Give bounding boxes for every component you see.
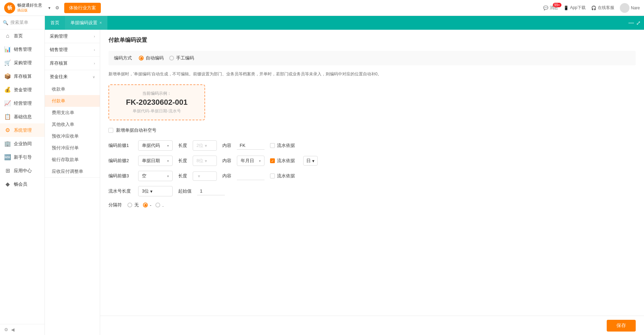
- sep-options: 无 - .: [127, 202, 164, 208]
- sub-group-sales-title[interactable]: 销售管理 ›: [45, 43, 100, 56]
- auto-fill-checkbox[interactable]: [108, 128, 113, 133]
- sub-group-purchase-arrow: ›: [94, 35, 95, 38]
- start-input[interactable]: [197, 187, 225, 195]
- settings-icon[interactable]: ⚙: [52, 3, 62, 13]
- tab-bar: 首页 单据编码设置 × — ⤢: [45, 16, 644, 30]
- sub-sidebar: 采购管理 › 销售管理 › 库存核算 ›: [45, 30, 100, 335]
- radio-auto-dot: [140, 57, 143, 59]
- save-button[interactable]: 保存: [607, 320, 636, 332]
- sub-item-receipt[interactable]: 收款单: [45, 83, 100, 95]
- flow2-cb[interactable]: [270, 158, 275, 163]
- sub-item-bank-deposit[interactable]: 银行存取款单: [45, 154, 100, 166]
- length3-arrow: ▾: [198, 174, 200, 179]
- radio-manual[interactable]: 手工编码: [169, 55, 194, 61]
- tab-maximize-icon[interactable]: ⤢: [636, 20, 641, 26]
- trial-button[interactable]: 体验行业方案: [64, 3, 101, 13]
- operation-icon: 📈: [4, 100, 11, 106]
- system-icon: ⚙: [4, 127, 11, 133]
- length2-value: 8位: [196, 158, 203, 164]
- sidebar-item-sales[interactable]: 📊 销售管理: [0, 43, 45, 56]
- length1-select[interactable]: 2位 ▾: [193, 140, 217, 151]
- sidebar-corp-label: 企业协同: [14, 141, 32, 147]
- flow1-cb[interactable]: [270, 143, 275, 148]
- prefix2-select[interactable]: 单据日期 ▾: [138, 156, 173, 166]
- content3-input[interactable]: [237, 172, 265, 180]
- home-icon: ⌂: [4, 33, 11, 39]
- sidebar-item-finance[interactable]: 💰 资金管理: [0, 83, 45, 96]
- sep-hyphen-dot: [144, 204, 147, 206]
- sub-group-inventory-title[interactable]: 库存核算 ›: [45, 57, 100, 70]
- sep-none[interactable]: 无: [127, 202, 139, 208]
- sub-item-adjust[interactable]: 应收应付调整单: [45, 166, 100, 177]
- app-logo: 畅 畅捷通好生意 插品版: [4, 2, 46, 13]
- sidebar-guide-label: 新手引导: [14, 154, 32, 160]
- serial-length-arrow: ▾: [150, 189, 153, 194]
- content2-value: 年月日: [241, 158, 254, 164]
- sidebar-collapse-icon[interactable]: ◀: [11, 327, 15, 332]
- sidebar-settings-icon[interactable]: ⚙: [4, 327, 8, 332]
- sidebar-item-home[interactable]: ⌂ 首页: [0, 29, 45, 43]
- top-nav: ▾ ⚙ 体验行业方案: [48, 3, 540, 13]
- day-select[interactable]: 日 ▾: [303, 156, 318, 166]
- radio-auto-label: 自动编码: [146, 55, 164, 61]
- radio-auto[interactable]: 自动编码: [139, 55, 164, 61]
- sub-item-expense[interactable]: 费用支出单: [45, 107, 100, 119]
- sep-dot[interactable]: .: [155, 203, 164, 208]
- app-download-label: App下载: [570, 5, 586, 11]
- sub-group-purchase-title[interactable]: 采购管理 ›: [45, 30, 100, 43]
- length2-arrow: ▾: [205, 158, 207, 164]
- sidebar-basic-label: 基础信息: [14, 114, 32, 120]
- basic-icon: 📋: [4, 113, 11, 120]
- prefix1-select[interactable]: 单据代码 ▾: [138, 140, 173, 151]
- search-icon: 🔍: [3, 20, 8, 25]
- flow3-cb[interactable]: [270, 174, 275, 178]
- tab-current[interactable]: 单据编码设置 ×: [65, 16, 107, 30]
- sales-icon: 📊: [4, 46, 11, 53]
- sidebar-search[interactable]: 🔍 搜索菜单: [0, 16, 45, 29]
- tab-close-icon[interactable]: ×: [99, 20, 102, 25]
- tab-minimize-icon[interactable]: —: [628, 20, 634, 26]
- prefix2-value: 单据日期: [142, 158, 160, 164]
- prefix3-label: 编码前缀3: [108, 173, 133, 179]
- serial-length-select[interactable]: 3位 ▾: [138, 186, 173, 196]
- sidebar-item-corp[interactable]: 🏢 企业协同: [0, 137, 45, 150]
- sidebar-item-apps[interactable]: ⊞ 应用中心: [0, 164, 45, 177]
- content2-select[interactable]: 年月日 ▾: [237, 156, 265, 166]
- user-menu[interactable]: Nare: [620, 3, 640, 13]
- sub-item-payment[interactable]: 付款单: [45, 95, 100, 107]
- sidebar-member-label: 畅会员: [14, 181, 27, 187]
- prefix3-select[interactable]: 空 ▾: [138, 171, 173, 181]
- sidebar-item-inventory[interactable]: 📦 库存核算: [0, 69, 45, 83]
- app-download-button[interactable]: 📱 App下载: [564, 5, 586, 11]
- message-badge: 99+: [553, 3, 561, 7]
- sidebar-item-purchase[interactable]: 🛒 采购管理: [0, 56, 45, 69]
- tab-home[interactable]: 首页: [45, 16, 65, 30]
- radio-manual-circle: [169, 56, 174, 61]
- config-row-1: 编码前缀1 单据代码 ▾ 长度 2位 ▾ 内容: [108, 140, 636, 151]
- online-service-button[interactable]: 🎧 在线客服: [591, 5, 614, 11]
- sep-hyphen[interactable]: -: [143, 203, 151, 208]
- sidebar-operation-label: 经营管理: [14, 100, 32, 106]
- sidebar-item-basic[interactable]: 📋 基础信息: [0, 110, 45, 123]
- sub-item-other-income[interactable]: 其他收入单: [45, 119, 100, 130]
- prefix1-label: 编码前缀1: [108, 142, 133, 149]
- length1-arrow: ▾: [205, 143, 207, 148]
- sidebar-item-guide[interactable]: 🆕 新手引导: [0, 150, 45, 164]
- length3-label: 长度: [178, 173, 187, 179]
- top-right: 💬 消息 99+ 📱 App下载 🎧 在线客服 Nare: [543, 3, 640, 13]
- sub-item-prepay-payment[interactable]: 预付冲应付单: [45, 142, 100, 154]
- sidebar-item-member[interactable]: ◆ 畅会员: [0, 177, 45, 191]
- content1-input[interactable]: [237, 141, 265, 150]
- sub-item-prepay-receivable[interactable]: 预收冲应收单: [45, 130, 100, 142]
- sub-group-finance: 资金往来 ∨ 收款单 付款单 费用支出单 其他收入单 预收冲应收单 预付冲应付单…: [45, 70, 100, 178]
- message-button[interactable]: 💬 消息 99+: [543, 5, 558, 11]
- length2-select[interactable]: 8位 ▾: [193, 156, 217, 166]
- sidebar-purchase-label: 采购管理: [14, 60, 32, 66]
- sidebar-item-operation[interactable]: 📈 经营管理: [0, 96, 45, 110]
- length3-select[interactable]: ▾: [193, 171, 217, 181]
- nav-dropdown[interactable]: ▾: [48, 6, 50, 10]
- sidebar-inventory-label: 库存核算: [14, 73, 32, 80]
- encoding-label: 编码方式: [114, 55, 132, 61]
- sub-group-finance-title[interactable]: 资金往来 ∨: [45, 70, 100, 83]
- sidebar-item-system[interactable]: ⚙ 系统管理: [0, 123, 45, 137]
